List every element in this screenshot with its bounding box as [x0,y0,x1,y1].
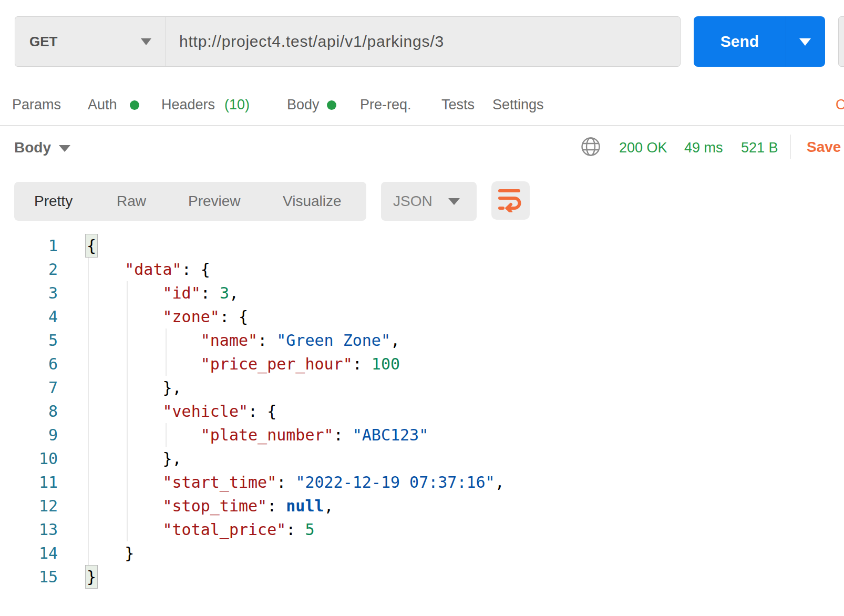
code-text: "plate_number": "ABC123" [58,423,428,447]
tab-pre-req[interactable]: Pre-req. [360,96,411,114]
save-response-button[interactable]: Save [807,138,841,156]
line-number: 12 [0,494,58,518]
indent-guide [127,281,128,541]
code-text: { [58,234,97,258]
code-text: "price_per_hour": 100 [58,352,400,376]
method-caret-icon [141,38,151,45]
postman-app: GET http://project4.test/api/v1/parkings… [0,0,844,616]
method-label: GET [29,17,57,66]
code-text: "vehicle": { [58,399,276,423]
method-select[interactable]: GET [15,17,166,66]
code-text: "id": 3, [58,281,239,305]
response-body-dropdown[interactable]: Body [14,139,51,157]
response-body-caret-icon[interactable] [59,145,70,152]
format-label: JSON [393,182,433,221]
code-text: "total_price": 5 [58,518,315,541]
line-number: 11 [0,470,58,494]
view-tab-raw[interactable]: Raw [117,182,146,221]
tab-settings[interactable]: Settings [492,96,544,114]
response-view-tabs: Pretty Raw Preview Visualize [14,182,366,221]
code-text: } [58,565,97,589]
tab-tests[interactable]: Tests [441,96,475,114]
code-text: }, [58,376,182,399]
url-input[interactable]: http://project4.test/api/v1/parkings/3 [179,17,444,66]
line-number: 2 [0,258,58,281]
code-text: "start_time": "2022-12-19 07:37:16", [58,470,505,494]
request-tabs: Params Auth Headers (10) Body Pre-req. T… [0,96,844,114]
auth-active-dot [130,100,139,110]
code-line-14: 14 } [0,541,844,565]
wrap-text-icon [498,189,523,212]
indent-guide [166,423,167,447]
url-bar: GET http://project4.test/api/v1/parkings… [15,16,681,67]
line-number: 5 [0,328,58,352]
line-number: 8 [0,399,58,423]
indent-guide [166,328,167,376]
view-tab-visualize[interactable]: Visualize [283,182,342,221]
line-number: 9 [0,423,58,447]
send-divider [786,16,786,67]
code-text: } [58,541,134,565]
send-label: Send [694,16,786,67]
code-text: "name": "Green Zone", [58,328,400,352]
line-number: 1 [0,234,58,258]
response-divider [790,135,791,159]
code-line-15: 15} [0,565,844,589]
response-status[interactable]: 200 OK [619,139,667,157]
format-caret-icon [448,198,460,205]
tab-params[interactable]: Params [12,96,61,114]
code-text: "data": { [58,258,210,281]
headers-count: (10) [224,96,250,114]
cookies-link-clipped[interactable]: Cookies [836,96,844,114]
send-button[interactable]: Send [694,16,825,67]
line-number: 13 [0,518,58,541]
line-number: 4 [0,305,58,328]
tab-auth[interactable]: Auth [88,96,117,114]
response-time[interactable]: 49 ms [684,139,723,157]
line-number: 6 [0,352,58,376]
code-line-1: 1{ [0,234,844,258]
line-number: 3 [0,281,58,305]
tabs-separator [0,125,844,126]
code-text: }, [58,447,182,470]
line-number: 14 [0,541,58,565]
code-text: "stop_time": null, [58,494,334,518]
code-line-2: 2 "data": { [0,258,844,281]
tab-headers[interactable]: Headers [161,96,215,114]
wrap-text-button[interactable] [491,181,530,220]
send-caret-icon[interactable] [799,38,811,46]
format-select[interactable]: JSON [381,182,477,221]
tab-body[interactable]: Body [287,96,320,114]
indent-guide [88,258,89,565]
line-number: 10 [0,447,58,470]
globe-icon[interactable] [581,137,601,157]
response-size[interactable]: 521 B [741,139,778,157]
line-number: 15 [0,565,58,589]
save-request-button-clipped[interactable] [838,16,844,67]
body-active-dot [327,100,336,110]
line-number: 7 [0,376,58,399]
code-text: "zone": { [58,305,248,328]
view-tab-preview[interactable]: Preview [188,182,241,221]
view-tab-pretty[interactable]: Pretty [34,182,73,221]
